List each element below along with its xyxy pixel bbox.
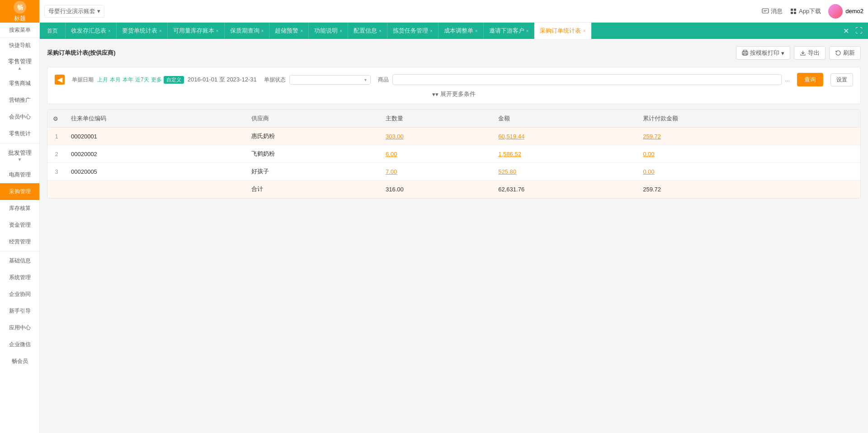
- sidebar-item-wholesale[interactable]: 批发管理 ▼: [0, 144, 39, 167]
- shortcut-more[interactable]: 更多: [151, 76, 162, 84]
- qty-link[interactable]: 6.00: [386, 151, 397, 157]
- data-table: ⚙ 往来单位编码 供应商 主数量 金额 累计付款金额 1 00020001 惠氏…: [47, 109, 861, 199]
- workspace-chevron-icon: ▾: [97, 8, 100, 14]
- th-gear[interactable]: ⚙: [47, 110, 66, 128]
- footer-paid: 259.72: [637, 181, 818, 198]
- sidebar-item-guide[interactable]: 新手引导: [0, 303, 39, 319]
- shortcut-7days[interactable]: 近7天: [135, 76, 149, 84]
- expand-chevron-icon: ▾▾: [432, 91, 439, 98]
- shortcut-this-month[interactable]: 本月: [110, 76, 121, 84]
- tab-available-stock[interactable]: 可用量库存账本 ×: [168, 23, 225, 39]
- sidebar-item-retail-store[interactable]: 零售商城: [0, 75, 39, 92]
- shortcut-last-month[interactable]: 上月: [97, 76, 108, 84]
- tab-close-purchase-stats[interactable]: ×: [159, 29, 162, 33]
- paid-link[interactable]: 0.00: [643, 151, 654, 157]
- sidebar-item-appcenter[interactable]: 应用中心: [0, 319, 39, 336]
- footer-label: 合计: [246, 181, 380, 198]
- goods-input[interactable]: [392, 74, 782, 85]
- tab-close-purchase-order-stats[interactable]: ×: [583, 29, 585, 33]
- tab-expiry-query[interactable]: 保质期查询 ×: [225, 23, 270, 39]
- tab-cost-adjust[interactable]: 成本调整单 ×: [439, 23, 484, 39]
- export-icon: [800, 50, 806, 56]
- cell-paid: 0.00: [637, 145, 818, 163]
- settings-button[interactable]: 设置: [830, 73, 853, 86]
- page-header: 采购订单统计表(按供应商) 按模板打印 ▾ 导出 刷新: [47, 46, 861, 60]
- tab-close-cost-adjust[interactable]: ×: [475, 29, 478, 33]
- tab-close-available-stock[interactable]: ×: [216, 29, 219, 33]
- tab-close-pick-task[interactable]: ×: [430, 29, 433, 33]
- footer-amount: 62,631.76: [493, 181, 637, 198]
- filter-bar: ◀ 单据日期 上月 本月 本年 近7天 更多 自定义 2016-01-01 至: [47, 67, 861, 104]
- sidebar-item-search[interactable]: 搜索菜单: [0, 23, 39, 38]
- qty-link[interactable]: 303.00: [386, 133, 404, 140]
- export-button[interactable]: 导出: [794, 46, 826, 60]
- sidebar-item-member2[interactable]: 畅会员: [0, 353, 39, 370]
- paid-link[interactable]: 259.72: [643, 133, 661, 140]
- paid-link[interactable]: 0.00: [643, 168, 654, 175]
- tab-close-invite-customer[interactable]: ×: [526, 29, 529, 33]
- tab-close-overstock-alert[interactable]: ×: [300, 29, 303, 33]
- tab-purchase-order-stats[interactable]: 采购订单统计表 ×: [534, 23, 591, 39]
- svg-rect-6: [794, 12, 796, 14]
- sidebar-item-basic[interactable]: 基础信息: [0, 252, 39, 269]
- sidebar-item-retail[interactable]: 零售管理 ▲: [0, 53, 39, 75]
- tab-overstock-alert[interactable]: 超储预警 ×: [269, 23, 309, 39]
- amount-link[interactable]: 60,519.44: [498, 133, 524, 140]
- tab-invite-customer[interactable]: 邀请下游客户 ×: [484, 23, 535, 39]
- tab-home[interactable]: 首页: [40, 23, 66, 39]
- amount-link[interactable]: 525.80: [498, 168, 516, 175]
- amount-link[interactable]: 1,586.52: [498, 151, 521, 157]
- tab-purchase-stats[interactable]: 要货单统计表 ×: [117, 23, 168, 39]
- query-button[interactable]: 查询: [797, 73, 823, 86]
- status-select[interactable]: ▾: [289, 75, 371, 85]
- filter-toggle-button[interactable]: ◀: [55, 75, 65, 85]
- expand-filter-button[interactable]: ▾▾ 展开更多条件: [432, 90, 476, 98]
- table-row: 1 00020001 惠氏奶粉 303.00 60,519.44 259.72: [47, 128, 860, 145]
- sidebar-item-retail-stats[interactable]: 零售统计: [0, 125, 39, 142]
- app-download-button[interactable]: App下载: [790, 7, 821, 15]
- sidebar-item-quick-nav[interactable]: 快捷导航: [0, 38, 39, 53]
- print-button[interactable]: 按模板打印 ▾: [736, 46, 790, 60]
- cell-extra: [818, 128, 860, 145]
- sidebar-item-ops[interactable]: 经营管理: [0, 233, 39, 250]
- tab-close-receive-summary[interactable]: ×: [108, 29, 111, 33]
- tab-maximize-button[interactable]: ⛶: [854, 26, 864, 36]
- tab-receive-summary[interactable]: 收发存汇总表 ×: [66, 23, 117, 39]
- table-row: 3 00020005 好孩子 7.00 525.80 0.00: [47, 163, 860, 181]
- cell-qty: 7.00: [380, 163, 493, 181]
- tab-close-expiry-query[interactable]: ×: [261, 29, 264, 33]
- th-supplier: 供应商: [246, 110, 380, 128]
- cell-code: 00020002: [66, 145, 246, 163]
- user-menu[interactable]: demo2: [828, 4, 863, 19]
- svg-rect-2: [762, 9, 769, 13]
- refresh-button[interactable]: 刷新: [829, 46, 861, 60]
- sidebar-item-inventory[interactable]: 库存核算: [0, 200, 39, 217]
- table-row: 2 00020002 飞鹤奶粉 6.00 1,586.52 0.00: [47, 145, 860, 163]
- sidebar-item-purchase[interactable]: 采购管理: [0, 183, 39, 200]
- qty-link[interactable]: 7.00: [386, 168, 397, 175]
- message-icon: [762, 8, 769, 15]
- shortcut-this-year[interactable]: 本年: [123, 76, 133, 84]
- sidebar-item-ecommerce[interactable]: 电商管理: [0, 167, 39, 183]
- svg-text:畅: 畅: [17, 4, 23, 11]
- tab-function-desc[interactable]: 功能说明 ×: [309, 23, 348, 39]
- tab-pick-task[interactable]: 拣货任务管理 ×: [387, 23, 439, 39]
- sidebar-item-system[interactable]: 系统管理: [0, 269, 39, 286]
- tab-close-function-desc[interactable]: ×: [340, 29, 342, 33]
- workspace-selector[interactable]: 母婴行业演示账套 ▾: [44, 5, 104, 18]
- message-button[interactable]: 消息: [762, 7, 783, 15]
- sidebar-item-capital[interactable]: 资金管理: [0, 217, 39, 233]
- tab-close-all-button[interactable]: ✕: [841, 26, 851, 36]
- footer-empty2: [66, 181, 246, 198]
- status-filter-label: 单据状态: [264, 76, 286, 84]
- cell-supplier: 飞鹤奶粉: [246, 145, 380, 163]
- tab-config-info[interactable]: 配置信息 ×: [348, 23, 387, 39]
- sidebar-item-wechat[interactable]: 企业微信: [0, 336, 39, 353]
- sidebar-item-marketing[interactable]: 营销推广: [0, 92, 39, 109]
- more-filter-button[interactable]: ...: [785, 76, 790, 83]
- tab-close-config-info[interactable]: ×: [379, 29, 382, 33]
- sidebar-item-enterprise[interactable]: 企业协同: [0, 286, 39, 303]
- cell-code: 00020005: [66, 163, 246, 181]
- sidebar-item-member[interactable]: 会员中心: [0, 109, 39, 125]
- cell-no: 1: [47, 128, 66, 145]
